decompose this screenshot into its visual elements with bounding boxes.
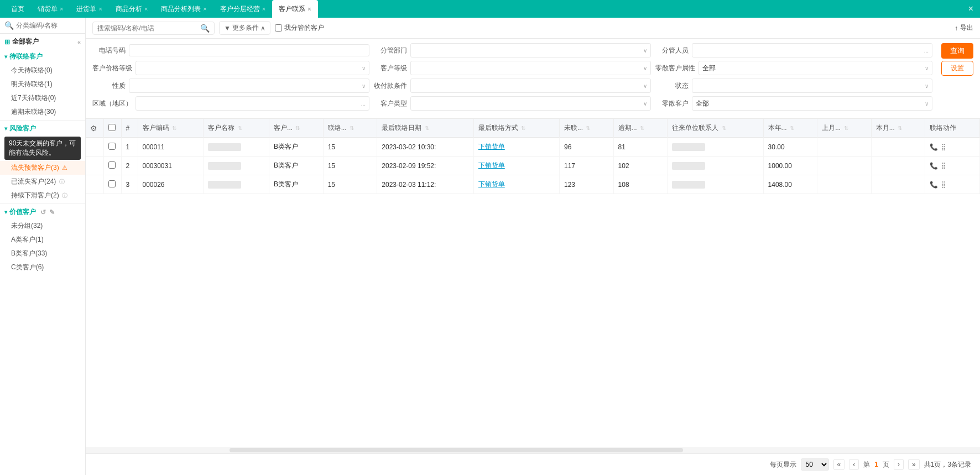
sidebar-search-input[interactable] — [16, 22, 86, 29]
sidebar-collapse-icon[interactable]: « — [77, 39, 81, 45]
last-page-btn[interactable]: » — [908, 459, 920, 470]
row-checkbox-3[interactable] — [108, 180, 116, 187]
td-checkbox[interactable] — [103, 156, 121, 175]
sidebar-item-class-b[interactable]: B类客户(33) — [0, 247, 85, 260]
retail-attr-select[interactable]: 全部 ∨ — [698, 61, 932, 75]
export-btn[interactable]: ↑ 导出 — [955, 23, 973, 33]
td-last-way[interactable]: 下销货单 — [473, 138, 559, 156]
row-checkbox-2[interactable] — [108, 161, 116, 169]
manager-select[interactable]: ... — [692, 43, 932, 58]
nav-tab-customer-contact[interactable]: 客户联系 × — [272, 0, 317, 18]
phone-action-icon-3[interactable]: 📞 — [930, 181, 938, 189]
nav-tab-purchase-close[interactable]: × — [98, 6, 102, 12]
th-last-date[interactable]: 最后联络日期 ⇅ — [377, 119, 474, 138]
arrow-down-icon-3: ▾ — [4, 209, 7, 215]
td-last-way[interactable]: 下销货单 — [473, 175, 559, 194]
search-icon[interactable]: 🔍 — [200, 24, 210, 33]
sidebar-item-today[interactable]: 今天待联络(0) — [0, 64, 85, 77]
td-code: 00030031 — [138, 156, 204, 175]
th-code[interactable]: 客户编码 ⇅ — [138, 119, 204, 138]
sidebar-item-churned[interactable]: 已流失客户(24) ⓘ — [0, 175, 85, 189]
more-action-icon[interactable]: ⣿ — [941, 143, 946, 151]
sidebar-group-risk[interactable]: ▾ 风险客户 — [0, 122, 85, 135]
scrollbar-track[interactable] — [230, 448, 683, 452]
nav-tab-sales[interactable]: 销货单 × — [31, 0, 70, 18]
nav-tab-analysis-list-close[interactable]: × — [203, 6, 206, 12]
last-way-link-2[interactable]: 下销货单 — [478, 161, 505, 169]
my-customers-checkbox-label[interactable]: 我分管的客户 — [275, 23, 324, 33]
sidebar-item-class-c[interactable]: C类客户(6) — [0, 260, 85, 274]
th-no-contact[interactable]: 未联... ⇅ — [560, 119, 614, 138]
last-way-link-3[interactable]: 下销货单 — [478, 180, 505, 188]
customer-type-select[interactable]: ∨ — [410, 96, 651, 111]
td-checkbox[interactable] — [103, 175, 121, 194]
region-select[interactable]: ... — [135, 96, 369, 111]
th-this-month[interactable]: 本月... ⇅ — [871, 119, 925, 138]
select-all-checkbox[interactable] — [108, 124, 116, 131]
first-page-btn[interactable]: « — [833, 459, 845, 470]
th-last-way[interactable]: 最后联络方式 ⇅ — [473, 119, 559, 138]
sidebar-all-customers[interactable]: ⊞ 全部客户 « — [0, 34, 85, 50]
sidebar-item-7days[interactable]: 近7天待联络(0) — [0, 91, 85, 105]
search-input[interactable] — [97, 24, 197, 32]
chevron-down-icon-3: ∨ — [362, 65, 366, 71]
more-conditions-btn[interactable]: ▼ 更多条件 ∧ — [219, 21, 270, 35]
th-last-month[interactable]: 上月... ⇅ — [817, 119, 872, 138]
nav-tab-home[interactable]: 首页 — [4, 0, 31, 18]
query-button[interactable]: 查询 — [941, 43, 973, 59]
sidebar-item-tomorrow[interactable]: 明天待联络(1) — [0, 77, 85, 91]
status-select[interactable]: ∨ — [692, 79, 932, 93]
dept-select[interactable]: ∨ — [410, 43, 651, 58]
prev-page-btn[interactable]: ‹ — [849, 459, 859, 470]
th-this-year[interactable]: 本年... ⇅ — [763, 119, 817, 138]
last-way-link-1[interactable]: 下销货单 — [478, 143, 505, 150]
more-action-icon-3[interactable]: ⣿ — [941, 181, 946, 189]
th-company-contact[interactable]: 往来单位联系人 ⇅ — [668, 119, 763, 138]
th-name[interactable]: 客户名称 ⇅ — [204, 119, 269, 138]
close-all-icon[interactable]: × — [968, 4, 973, 14]
chevron-down-icon-5: ∨ — [925, 65, 929, 71]
per-page-select[interactable]: 50 100 200 — [801, 458, 829, 471]
payment-select[interactable]: ∨ — [410, 79, 651, 93]
sidebar-group-pending[interactable]: ▾ 待联络客户 — [0, 50, 85, 64]
nav-tab-analysis-close[interactable]: × — [144, 6, 148, 12]
nav-tab-customer-layer[interactable]: 客户分层经营 × — [213, 0, 272, 18]
row-checkbox-1[interactable] — [108, 143, 116, 150]
sort-icon-company: ⇅ — [722, 125, 726, 131]
sidebar-item-class-a[interactable]: A类客户(1) — [0, 233, 85, 247]
sidebar-item-ungroup[interactable]: 未分组(32) — [0, 219, 85, 233]
retail-customer-select[interactable]: 全部 ∨ — [692, 96, 932, 111]
horizontal-scrollbar[interactable] — [86, 447, 980, 453]
th-overdue[interactable]: 逾期... ⇅ — [613, 119, 668, 138]
nature-select[interactable]: ∨ — [129, 79, 369, 93]
more-action-icon-2[interactable]: ⣿ — [941, 162, 946, 170]
edit-icon[interactable]: ✎ — [49, 208, 55, 216]
phone-action-icon[interactable]: 📞 — [930, 143, 938, 151]
customer-level-select[interactable]: ∨ — [410, 61, 651, 75]
company-contact-blurred-2 — [672, 162, 705, 170]
td-last-way[interactable]: 下销货单 — [473, 156, 559, 175]
setting-button[interactable]: 设置 — [941, 61, 973, 76]
sidebar-item-overdue[interactable]: 逾期未联络(30) — [0, 105, 85, 119]
next-page-btn[interactable]: › — [894, 459, 904, 470]
refresh-icon[interactable]: ↺ — [40, 208, 46, 216]
th-type[interactable]: 客户... ⇅ — [269, 119, 324, 138]
settings-icon[interactable]: ⚙ — [90, 124, 97, 133]
th-checkbox[interactable] — [103, 119, 121, 138]
nav-tab-purchase[interactable]: 进货单 × — [70, 0, 108, 18]
nav-tab-customer-layer-close[interactable]: × — [262, 6, 265, 12]
phone-input[interactable] — [129, 44, 369, 56]
my-customers-checkbox[interactable] — [275, 24, 282, 32]
th-settings[interactable]: ⚙ — [86, 119, 103, 138]
td-checkbox[interactable] — [103, 138, 121, 156]
nav-tab-analysis-list[interactable]: 商品分析列表 × — [154, 0, 213, 18]
price-level-select[interactable]: ∨ — [135, 61, 369, 75]
nav-tab-customer-contact-close[interactable]: × — [307, 6, 311, 12]
nav-tab-analysis[interactable]: 商品分析 × — [109, 0, 154, 18]
phone-action-icon-2[interactable]: 📞 — [930, 162, 938, 170]
th-contact[interactable]: 联络... ⇅ — [323, 119, 377, 138]
sidebar-item-churn-warning[interactable]: 流失预警客户(3) ⚠ — [0, 161, 85, 175]
sidebar-item-declining[interactable]: 持续下滑客户(2) ⓘ — [0, 189, 85, 202]
nav-tab-sales-close[interactable]: × — [60, 6, 63, 12]
sidebar-group-value[interactable]: ▾ 价值客户 ↺ ✎ — [0, 205, 85, 219]
